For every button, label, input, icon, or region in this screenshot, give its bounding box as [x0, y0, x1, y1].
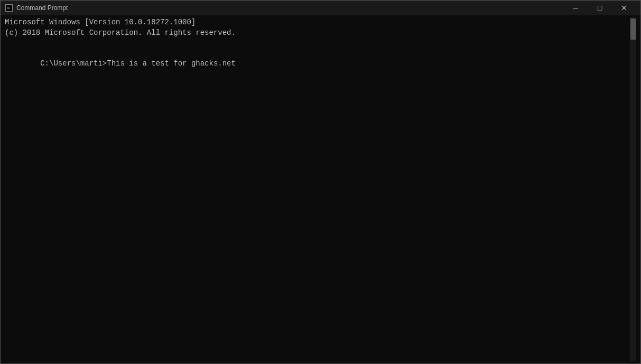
window-controls: ─ □ ✕: [563, 1, 636, 15]
prompt: C:\Users\marti>: [40, 59, 107, 68]
maximize-button[interactable]: □: [588, 1, 612, 15]
terminal-line-2: (c) 2018 Microsoft Corporation. All righ…: [5, 28, 630, 39]
scrollbar[interactable]: [630, 17, 636, 361]
terminal-line-4: C:\Users\marti>This is a test for ghacks…: [5, 49, 630, 80]
terminal-body[interactable]: Microsoft Windows [Version 10.0.18272.10…: [1, 15, 640, 363]
terminal-content: Microsoft Windows [Version 10.0.18272.10…: [5, 17, 630, 361]
terminal-line-3: [5, 38, 630, 49]
minimize-button[interactable]: ─: [563, 1, 588, 15]
command-text: This is a test for ghacks.net: [107, 59, 236, 68]
command-prompt-window: Command Prompt ─ □ ✕ Microsoft Windows […: [0, 0, 641, 364]
window-title: Command Prompt: [16, 4, 563, 12]
title-bar: Command Prompt ─ □ ✕: [1, 1, 640, 15]
terminal-line-1: Microsoft Windows [Version 10.0.18272.10…: [5, 17, 630, 28]
scrollbar-thumb[interactable]: [630, 18, 636, 40]
app-icon: [5, 4, 13, 12]
close-button[interactable]: ✕: [612, 1, 636, 15]
cmd-icon: [5, 4, 13, 12]
